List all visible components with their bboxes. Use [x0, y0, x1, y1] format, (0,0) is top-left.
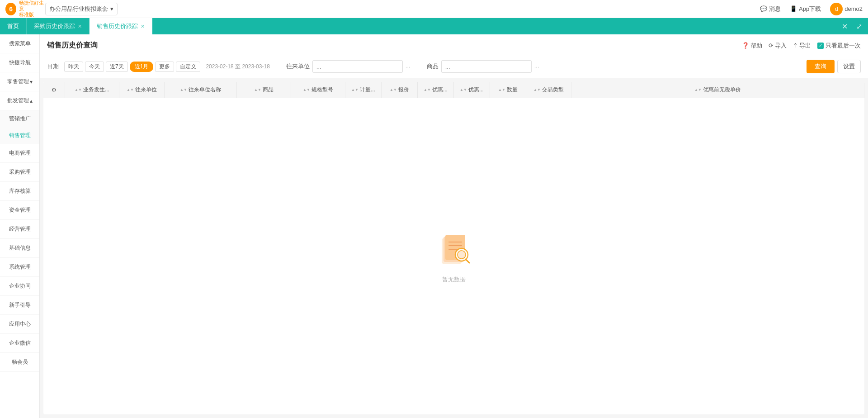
- main-layout: 搜索菜单 快捷导航 零售管理 ▾ 批发管理 ▴ 营销推广 销售管理 电商管理 采…: [0, 34, 868, 418]
- logo-area: 6 畅捷信好生意 标准版: [5, 0, 45, 18]
- sidebar-item-basic-info[interactable]: 基础信息: [0, 239, 39, 258]
- close-all-tabs-btn[interactable]: ✕: [839, 21, 850, 32]
- sidebar-item-vip[interactable]: 畅会员: [0, 353, 39, 372]
- top-header: 6 畅捷信好生意 标准版 办公用品行业模拟账套 ▾ 💬 消息 📱 App下载 d…: [0, 0, 868, 18]
- goods-dots: ···: [534, 63, 539, 70]
- chevron-down-icon: ▾: [110, 5, 113, 12]
- sort-icon-unit-name: ▲▼: [180, 88, 187, 92]
- app-selector[interactable]: 办公用品行业模拟账套 ▾: [45, 3, 118, 15]
- app-download-btn[interactable]: 📱 App下载: [790, 5, 821, 13]
- sort-icon-discount2: ▲▼: [460, 88, 467, 92]
- close-purchase-tab-icon[interactable]: ✕: [78, 24, 82, 29]
- th-discount1[interactable]: ▲▼ 优惠...: [418, 82, 454, 98]
- sidebar-item-retail[interactable]: 零售管理 ▾: [0, 72, 39, 91]
- th-goods[interactable]: ▲▼ 商品: [237, 82, 291, 98]
- filter-bar: 日期 昨天 今天 近7天 近1月 更多 自定义 2023-02-18 至 202…: [40, 55, 868, 78]
- logo-text: 畅捷信好生意 标准版: [19, 0, 45, 18]
- date-btn-custom[interactable]: 自定义: [176, 62, 200, 72]
- sort-icon-pre-tax-price: ▲▼: [694, 88, 702, 92]
- header-right: 💬 消息 📱 App下载 d demo2: [760, 3, 863, 15]
- import-icon: ⟳: [769, 42, 774, 49]
- th-spec[interactable]: ▲▼ 规格型号: [291, 82, 345, 98]
- th-biz-date[interactable]: ▲▼ 业务发生...: [65, 82, 119, 98]
- empty-illustration: [434, 229, 474, 270]
- message-btn[interactable]: 💬 消息: [760, 5, 781, 13]
- th-unit-code[interactable]: ▲▼ 往来单位: [119, 82, 165, 98]
- page-header-actions: ❓ 帮助 ⟳ 导入 ⇑ 导出 ✓ 只看最后一次: [742, 42, 861, 50]
- import-btn[interactable]: ⟳ 导入: [769, 42, 787, 50]
- download-icon: 📱: [790, 5, 797, 12]
- goods-input[interactable]: [441, 60, 532, 73]
- date-btn-7days[interactable]: 近7天: [106, 62, 128, 72]
- sidebar-item-marketing[interactable]: 营销推广: [0, 110, 39, 127]
- tab-purchase-history[interactable]: 采购历史价跟踪 ✕: [27, 18, 90, 34]
- sidebar-item-app-center[interactable]: 应用中心: [0, 315, 39, 334]
- chevron-up-icon: ▴: [30, 98, 33, 104]
- table-area: ⚙ ▲▼ 业务发生... ▲▼ 往来单位 ▲▼ 往来单位名称 ▲▼ 商品: [43, 82, 864, 414]
- sort-icon-unit: ▲▼: [351, 88, 359, 92]
- sidebar-item-enterprise-wechat[interactable]: 企业微信: [0, 334, 39, 353]
- filter-row-date: 日期 昨天 今天 近7天 近1月 更多 自定义 2023-02-18 至 202…: [47, 60, 861, 73]
- message-icon: 💬: [760, 5, 767, 12]
- tab-bar: 首页 采购历史价跟踪 ✕ 销售历史价跟踪 ✕ ✕ ⤢: [0, 18, 868, 34]
- sidebar-item-finance[interactable]: 资金管理: [0, 201, 39, 220]
- page-title: 销售历史价查询: [47, 41, 98, 50]
- from-unit-label: 往来单位: [286, 62, 310, 71]
- tab-sales-history[interactable]: 销售历史价跟踪 ✕: [90, 18, 152, 34]
- chevron-down-icon: ▾: [30, 79, 33, 85]
- sidebar-item-wholesale[interactable]: 批发管理 ▴: [0, 91, 39, 110]
- content-area: 销售历史价查询 ❓ 帮助 ⟳ 导入 ⇑ 导出 ✓ 只看最后一次: [40, 34, 868, 418]
- tab-home[interactable]: 首页: [0, 18, 27, 34]
- sort-icon-price: ▲▼: [390, 88, 397, 92]
- gear-icon: ⚙: [52, 87, 57, 93]
- th-discount2[interactable]: ▲▼ 优惠...: [454, 82, 490, 98]
- from-unit-input[interactable]: [312, 60, 403, 73]
- th-unit[interactable]: ▲▼ 计量...: [345, 82, 382, 98]
- th-settings[interactable]: ⚙: [43, 82, 65, 98]
- table-header: ⚙ ▲▼ 业务发生... ▲▼ 往来单位 ▲▼ 往来单位名称 ▲▼ 商品: [43, 82, 864, 98]
- sidebar-item-purchase[interactable]: 采购管理: [0, 163, 39, 182]
- user-area[interactable]: d demo2: [830, 3, 863, 15]
- query-button[interactable]: 查询: [807, 60, 835, 73]
- date-btn-more[interactable]: 更多: [155, 62, 174, 72]
- page-header: 销售历史价查询 ❓ 帮助 ⟳ 导入 ⇑ 导出 ✓ 只看最后一次: [40, 34, 868, 55]
- logo-icon: 6: [5, 3, 16, 15]
- th-unit-name[interactable]: ▲▼ 往来单位名称: [165, 82, 237, 98]
- sidebar-item-operations[interactable]: 经营管理: [0, 220, 39, 239]
- settings-button[interactable]: 设置: [837, 60, 861, 73]
- sidebar-item-quick-nav[interactable]: 快捷导航: [0, 53, 39, 72]
- goods-label: 商品: [427, 62, 439, 71]
- sidebar-item-cooperation[interactable]: 企业协同: [0, 277, 39, 296]
- sidebar-item-inventory[interactable]: 库存核算: [0, 182, 39, 201]
- maximize-btn[interactable]: ⤢: [854, 21, 864, 32]
- sidebar-item-guide[interactable]: 新手引导: [0, 296, 39, 315]
- date-range-text: 2023-02-18 至 2023-03-18: [206, 63, 269, 71]
- empty-text: 暂无数据: [442, 276, 466, 284]
- close-sales-tab-icon[interactable]: ✕: [141, 24, 145, 29]
- sidebar-item-ecommerce[interactable]: 电商管理: [0, 144, 39, 163]
- only-last-checkbox-label[interactable]: ✓ 只看最后一次: [817, 42, 861, 50]
- sort-icon-goods: ▲▼: [254, 88, 261, 92]
- date-btn-today[interactable]: 今天: [85, 62, 104, 72]
- date-btn-1month[interactable]: 近1月: [130, 62, 154, 72]
- sidebar: 搜索菜单 快捷导航 零售管理 ▾ 批发管理 ▴ 营销推广 销售管理 电商管理 采…: [0, 34, 40, 418]
- sort-icon-trade-type: ▲▼: [533, 88, 541, 92]
- sort-icon-spec: ▲▼: [303, 88, 310, 92]
- help-btn[interactable]: ❓ 帮助: [742, 42, 762, 50]
- th-trade-type[interactable]: ▲▼ 交易类型: [526, 82, 571, 98]
- th-quantity[interactable]: ▲▼ 数量: [490, 82, 526, 98]
- sidebar-item-sales-mgmt[interactable]: 销售管理: [0, 127, 39, 144]
- date-btn-yesterday[interactable]: 昨天: [64, 62, 83, 72]
- sidebar-item-search[interactable]: 搜索菜单: [0, 34, 39, 53]
- th-pre-tax-price[interactable]: ▲▼ 优惠前无税单价: [571, 82, 864, 98]
- only-last-checkbox[interactable]: ✓: [817, 43, 824, 49]
- date-label: 日期: [47, 62, 59, 71]
- sidebar-item-system[interactable]: 系统管理: [0, 258, 39, 277]
- th-price[interactable]: ▲▼ 报价: [382, 82, 418, 98]
- export-btn[interactable]: ⇑ 导出: [793, 42, 811, 50]
- filter-actions: 查询 设置: [807, 60, 861, 73]
- sort-icon-biz-date: ▲▼: [75, 88, 82, 92]
- export-icon: ⇑: [793, 42, 798, 49]
- date-buttons: 昨天 今天 近7天 近1月 更多 自定义: [64, 62, 200, 72]
- svg-line-8: [466, 259, 469, 263]
